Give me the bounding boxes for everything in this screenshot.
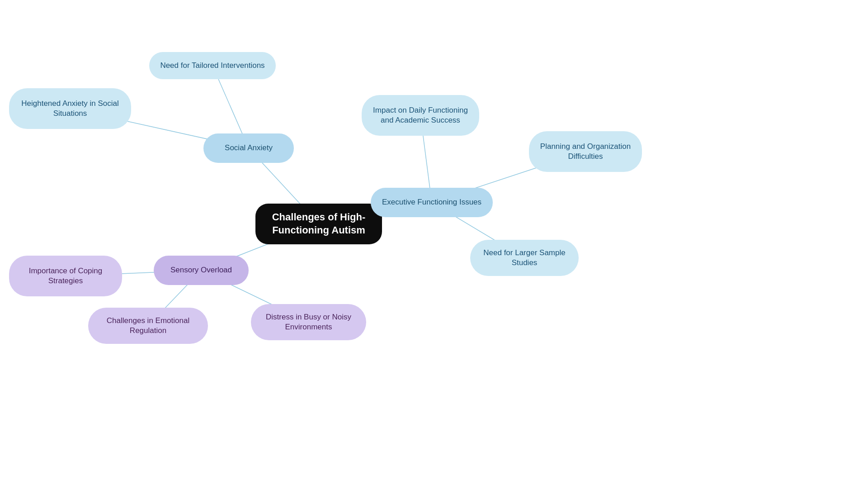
node-impact-daily: Impact on Daily Functioning and Academic… [362,95,479,136]
mind-map: Challenges of High-Functioning AutismSoc… [0,0,868,490]
node-need-larger: Need for Larger Sample Studies [470,240,579,276]
connections-svg [0,0,868,490]
node-distress-busy: Distress in Busy or Noisy Environments [251,304,366,340]
node-planning-org: Planning and Organization Difficulties [529,131,642,172]
node-social-anxiety: Social Anxiety [203,133,294,163]
node-need-tailored: Need for Tailored Interventions [149,52,276,79]
center-node: Challenges of High-Functioning Autism [255,204,382,244]
node-heightened-anxiety: Heightened Anxiety in Social Situations [9,88,131,129]
node-challenges-emotional: Challenges in Emotional Regulation [88,308,208,344]
node-executive-functioning: Executive Functioning Issues [371,188,493,217]
node-sensory-overload: Sensory Overload [154,256,249,285]
node-importance-coping: Importance of Coping Strategies [9,256,122,296]
